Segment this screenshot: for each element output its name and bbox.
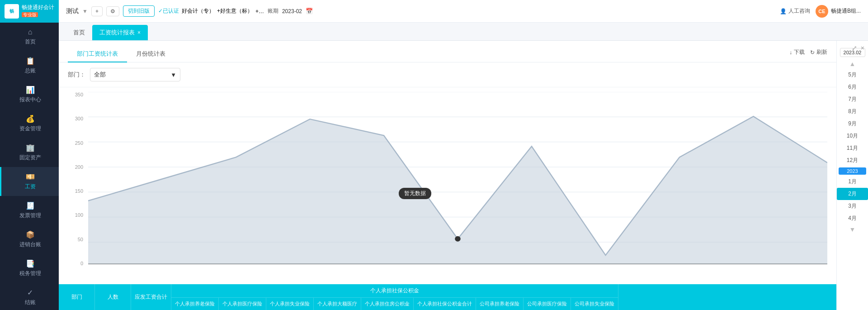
assets-icon: 🏢 xyxy=(26,143,35,152)
dropdown-arrow[interactable]: ▼ xyxy=(82,8,88,14)
table-header-cell: 应发工资合计 xyxy=(131,284,171,310)
sub-tab-actions: ↓ 下载 ↻ 刷新 xyxy=(789,48,827,60)
y-axis: 350300250200150100500 xyxy=(68,92,86,266)
table-header-cell: 部门 xyxy=(59,284,95,310)
month-item[interactable]: 2月 xyxy=(837,188,868,200)
table-header-cell: 个人承担养老保险 xyxy=(171,298,219,310)
month-nav: ▲5月6月7月8月9月10月11月12月20231月2月3月4月▼ xyxy=(837,59,868,234)
topbar: 测试 ▼ + ⚙ 切到旧版 ✓已认证 好会计（专） +好生意（标） +… 账期 … xyxy=(59,0,868,23)
refresh-button[interactable]: ↻ 刷新 xyxy=(810,48,827,56)
tab-close-icon[interactable]: × xyxy=(137,29,141,36)
month-item[interactable]: 9月 xyxy=(837,118,868,130)
table-header-cell: 个人承担大额医疗 xyxy=(314,298,361,310)
sidebar-item-salary[interactable]: 💴工资 xyxy=(0,167,59,196)
tabs-bar: 首页 工资统计报表 × xyxy=(59,23,868,41)
panel-expand-icon[interactable]: ⤢ xyxy=(852,44,857,52)
y-axis-label: 350 xyxy=(75,92,83,97)
settings-button[interactable]: ⚙ xyxy=(106,6,119,16)
download-button[interactable]: ↓ 下载 xyxy=(789,48,805,56)
topbar-badges: ✓已认证 好会计（专） +好生意（标） +… xyxy=(158,7,264,15)
month-item[interactable]: 5月 xyxy=(837,69,868,81)
user-avatar: CE xyxy=(816,5,828,18)
sub-tab-dept[interactable]: 部门工资统计表 xyxy=(68,46,127,62)
logo-text: 畅捷通好会计 专业版 xyxy=(22,4,54,18)
topbar-right: 👤 人工咨询 CE 畅捷通B组... xyxy=(780,5,861,18)
month-item[interactable]: 3月 xyxy=(837,200,868,212)
month-item[interactable]: 7月 xyxy=(837,93,868,105)
sidebar-item-tax[interactable]: 📑税务管理 xyxy=(0,254,59,283)
y-axis-label: 200 xyxy=(75,164,83,170)
month-item[interactable]: 6月 xyxy=(837,81,868,93)
table-header-cell: 个人承担失业保险 xyxy=(266,298,314,310)
year-badge: 2023 xyxy=(839,167,866,175)
sidebar-item-settle[interactable]: ✓结账 xyxy=(0,283,59,310)
table-header-cell: 公司承担养老保险 xyxy=(476,298,524,310)
help-icon: 👤 xyxy=(780,8,787,14)
sidebar-item-reports[interactable]: 📊报表中心 xyxy=(0,80,59,109)
panel-close-icon[interactable]: × xyxy=(861,44,864,52)
table-header-cell: 个人承担社保公积金合计 xyxy=(414,298,476,310)
sidebar-item-label: 工资 xyxy=(25,183,36,191)
reports-icon: 📊 xyxy=(26,86,35,94)
sidebar-item-label: 报表中心 xyxy=(19,96,41,104)
sidebar-item-label: 首页 xyxy=(25,38,36,46)
sub-tab-monthly[interactable]: 月份统计表 xyxy=(127,46,175,62)
sidebar-item-label: 固定资产 xyxy=(19,154,41,162)
table-header: 部门人数应发工资合计个人承担社保公积金个人承担养老保险个人承担医疗保险个人承担失… xyxy=(59,284,836,310)
sidebar-item-home[interactable]: ⌂首页 xyxy=(0,23,59,51)
table-group-cols: 个人承担养老保险个人承担医疗保险个人承担失业保险个人承担大额医疗个人承担住房公积… xyxy=(171,298,618,310)
month-item[interactable]: 10月 xyxy=(837,130,868,142)
company-name: 测试 xyxy=(66,7,79,15)
content-area: 部门工资统计表 月份统计表 ↓ 下载 ↻ 刷新 xyxy=(59,41,868,310)
month-nav-up[interactable]: ▲ xyxy=(848,59,857,69)
table-header-cell: 个人承担医疗保险 xyxy=(219,298,266,310)
y-axis-label: 250 xyxy=(75,140,83,146)
filter-area: 部门： 全部 ▼ xyxy=(59,62,836,87)
calendar-icon[interactable]: 📅 xyxy=(306,8,313,14)
y-axis-label: 300 xyxy=(75,116,83,121)
y-axis-label: 0 xyxy=(80,261,83,266)
month-item[interactable]: 8月 xyxy=(837,105,868,118)
month-item[interactable]: 4月 xyxy=(837,212,868,224)
chart-svg xyxy=(88,92,827,266)
badge-product1: 好会计（专） xyxy=(182,7,214,15)
help-button[interactable]: 👤 人工咨询 xyxy=(780,7,810,15)
sidebar-nav: ⌂首页📋总账📊报表中心💰资金管理🏢固定资产💴工资🧾发票管理📦进销台账📑税务管理✓… xyxy=(0,23,59,310)
select-arrow-icon: ▼ xyxy=(170,72,176,78)
logo-icon: 畅 xyxy=(5,4,19,19)
user-menu[interactable]: CE 畅捷通B组... xyxy=(816,5,861,18)
table-header-cell: 人数 xyxy=(95,284,131,310)
sidebar-item-funds[interactable]: 💰资金管理 xyxy=(0,109,59,138)
salary-icon: 💴 xyxy=(26,172,35,181)
month-item[interactable]: 1月 xyxy=(837,176,868,188)
month-item[interactable]: 11月 xyxy=(837,142,868,154)
chart-tooltip-marker xyxy=(455,236,461,242)
sub-tabs: 部门工资统计表 月份统计表 ↓ 下载 ↻ 刷新 xyxy=(59,41,836,62)
add-button[interactable]: + xyxy=(91,6,103,16)
tab-home[interactable]: 首页 xyxy=(66,25,92,40)
month-nav-down[interactable]: ▼ xyxy=(848,224,857,234)
sidebar-item-sales[interactable]: 📦进销台账 xyxy=(0,225,59,254)
ledger-icon: 📋 xyxy=(26,57,35,65)
user-name: 畅捷通B组... xyxy=(831,7,861,15)
table-header-group: 个人承担社保公积金个人承担养老保险个人承担医疗保险个人承担失业保险个人承担大额医… xyxy=(171,284,618,310)
invoice-icon: 🧾 xyxy=(26,201,35,210)
badge-certified: ✓已认证 xyxy=(158,7,179,15)
switch-version-button[interactable]: 切到旧版 xyxy=(123,5,155,17)
sidebar-item-assets[interactable]: 🏢固定资产 xyxy=(0,138,59,167)
badge-product2: +好生意（标） xyxy=(217,7,253,15)
table-header-cell: 个人承担住房公积金 xyxy=(361,298,414,310)
month-item[interactable]: 12月 xyxy=(837,154,868,167)
sidebar-item-label: 发票管理 xyxy=(19,212,41,219)
y-axis-label: 50 xyxy=(78,237,83,242)
sidebar-item-invoice[interactable]: 🧾发票管理 xyxy=(0,196,59,225)
sidebar-item-label: 进销台账 xyxy=(19,241,41,248)
tab-salary-report[interactable]: 工资统计报表 × xyxy=(92,25,148,40)
sidebar-item-ledger[interactable]: 📋总账 xyxy=(0,51,59,80)
sales-icon: 📦 xyxy=(26,230,35,239)
settle-icon: ✓ xyxy=(27,288,33,297)
y-axis-label: 100 xyxy=(75,212,83,218)
dept-filter-select[interactable]: 全部 ▼ xyxy=(90,68,180,81)
home-icon: ⌂ xyxy=(28,28,33,36)
chart-area-fill xyxy=(88,116,827,264)
